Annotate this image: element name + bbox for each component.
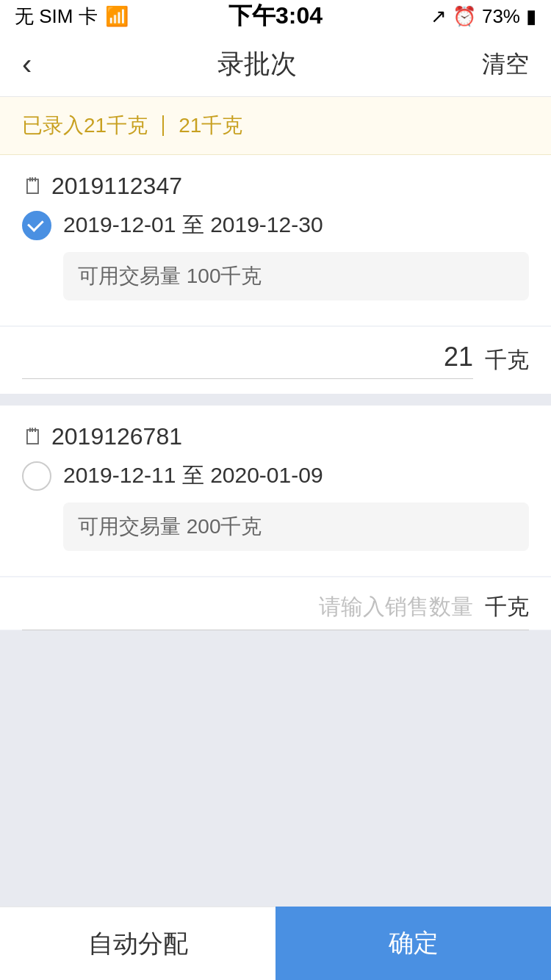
quantity-unit-1: 千克	[485, 345, 529, 375]
batch-doc-icon-2: 🗒	[22, 425, 44, 450]
clear-button[interactable]: 清空	[482, 48, 529, 81]
quantity-unit-2: 千克	[485, 592, 529, 622]
batch-item-2: 🗒 2019126781 2019-12-11 至 2020-01-09 可用交…	[0, 406, 551, 576]
nav-bar: ‹ 录批次 清空	[0, 32, 551, 97]
batch-date-text-1: 2019-12-01 至 2019-12-30	[63, 210, 323, 240]
section-divider-1	[0, 394, 551, 406]
info-divider	[162, 115, 164, 136]
batch-date-text-2: 2019-12-11 至 2020-01-09	[63, 461, 323, 491]
info-banner: 已录入21千克 21千克	[0, 97, 551, 155]
batch-date-row-2: 2019-12-11 至 2020-01-09	[22, 461, 529, 491]
batch-avail-text-1: 可用交易量 100千克	[78, 264, 262, 287]
page-title: 录批次	[217, 46, 297, 82]
batch-item-1: 🗒 2019112347 2019-12-01 至 2019-12-30 可用交…	[0, 155, 551, 325]
batch-avail-box-2: 可用交易量 200千克	[63, 502, 529, 551]
status-time: 下午3:04	[228, 0, 323, 32]
status-bar: 无 SIM 卡 📶 下午3:04 ↗ ⏰ 73% ▮	[0, 0, 551, 32]
batch-id-text-2: 2019126781	[51, 423, 182, 450]
carrier-text: 无 SIM 卡	[15, 4, 98, 29]
batch-id-row-2: 🗒 2019126781	[22, 423, 529, 450]
quantity-input-area-1[interactable]: 21	[22, 342, 473, 379]
batch-avail-text-2: 可用交易量 200千克	[78, 515, 262, 538]
batch-doc-icon-1: 🗒	[22, 174, 44, 199]
quantity-row-1: 21 千克	[0, 327, 551, 394]
input-row-2: 请输入销售数量 千克	[0, 577, 551, 630]
alarm-icon: ⏰	[453, 5, 476, 28]
battery-text: 73%	[482, 5, 520, 28]
auto-distribute-button[interactable]: 自动分配	[0, 907, 276, 980]
location-icon: ↗	[431, 5, 447, 28]
wifi-icon: 📶	[105, 5, 129, 28]
batch-id-text-1: 2019112347	[51, 173, 182, 200]
batch-radio-2[interactable]	[22, 461, 51, 491]
content-scroll: 🗒 2019112347 2019-12-01 至 2019-12-30 可用交…	[0, 155, 551, 980]
info-recorded-label: 已录入21千克	[22, 112, 148, 140]
confirm-button[interactable]: 确定	[276, 907, 551, 980]
empty-area	[0, 630, 551, 924]
info-value: 21千克	[179, 112, 242, 140]
quantity-value-1: 21	[444, 342, 473, 372]
batch-id-row-1: 🗒 2019112347	[22, 173, 529, 200]
quantity-input-placeholder-2[interactable]: 请输入销售数量	[22, 592, 473, 622]
battery-icon: ▮	[526, 5, 536, 28]
batch-avail-box-1: 可用交易量 100千克	[63, 252, 529, 300]
status-carrier-wifi: 无 SIM 卡 📶	[15, 4, 129, 29]
status-right-icons: ↗ ⏰ 73% ▮	[431, 5, 536, 28]
batch-date-row-1: 2019-12-01 至 2019-12-30	[22, 210, 529, 240]
back-button[interactable]: ‹	[22, 48, 32, 81]
batch-radio-1[interactable]	[22, 211, 51, 240]
bottom-bar: 自动分配 确定	[0, 907, 551, 980]
